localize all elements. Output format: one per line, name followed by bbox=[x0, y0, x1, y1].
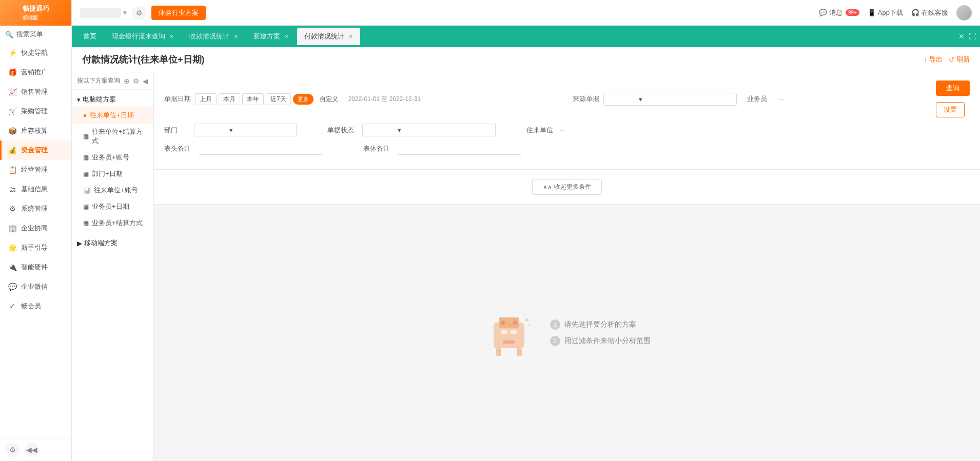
app-download-label: App下载 bbox=[878, 8, 903, 17]
sidebar-item-purchase[interactable]: 🛒 采购管理 bbox=[0, 102, 71, 121]
partner-select-btn[interactable]: ··· bbox=[559, 126, 565, 134]
search-menu[interactable]: 🔍 搜索菜单 bbox=[0, 26, 71, 43]
sidebar-settings-btn[interactable]: ⚙ bbox=[5, 443, 19, 457]
empty-step-2: 2 用过滤条件来缩小分析范围 bbox=[550, 336, 651, 346]
sidebar-label-operations: 经营管理 bbox=[21, 165, 48, 174]
sidebar-item-sales[interactable]: 📈 销售管理 bbox=[0, 82, 71, 102]
tab-new-scheme-close[interactable]: ✕ bbox=[284, 33, 289, 40]
user-dropdown-icon[interactable]: ▾ bbox=[123, 9, 127, 16]
header-settings-btn[interactable]: ⚙ bbox=[132, 6, 146, 20]
tab-payment-close[interactable]: ✕ bbox=[348, 33, 353, 40]
tab-cash-flow-close[interactable]: ✕ bbox=[169, 33, 174, 40]
scheme-item-salesman-settlement[interactable]: ▦ 业务员+结算方式 bbox=[72, 215, 153, 231]
date-btn-this-month[interactable]: 本月 bbox=[219, 93, 240, 105]
step-circle-1: 1 bbox=[550, 319, 560, 330]
search-label: 搜索菜单 bbox=[16, 30, 43, 39]
export-btn[interactable]: ↑ 导出 bbox=[924, 55, 943, 64]
head-note-field: 表头备注 bbox=[164, 143, 322, 155]
scheme-actions: ⊕ ⚙ ◀ bbox=[124, 77, 148, 85]
scheme-item-dept-date[interactable]: ▦ 部门+日期 bbox=[72, 166, 153, 182]
download-icon: 📱 bbox=[868, 9, 876, 16]
refresh-icon: ↺ bbox=[949, 56, 954, 64]
query-btn[interactable]: 查询 bbox=[936, 81, 970, 96]
sidebar-item-hardware[interactable]: 🔌 智能硬件 bbox=[0, 257, 71, 277]
sidebar-collapse-btn[interactable]: ◀◀ bbox=[25, 443, 39, 457]
sidebar-item-inventory[interactable]: 📦 库存核算 bbox=[0, 121, 71, 141]
sidebar-label-hardware: 智能硬件 bbox=[21, 263, 48, 272]
tabs-right-actions: ✕ ⛶ bbox=[958, 32, 976, 41]
expand-btn[interactable]: ⛶ bbox=[969, 32, 976, 41]
filter-row-2: 部门 ▾ 单据状态 ▾ bbox=[164, 124, 970, 136]
app-download-btn[interactable]: 📱 App下载 bbox=[868, 8, 903, 17]
sidebar-item-operations[interactable]: 📋 经营管理 bbox=[0, 160, 71, 179]
sidebar-item-enterprise[interactable]: 🏢 企业协同 bbox=[0, 218, 71, 238]
date-btn-this-year[interactable]: 本年 bbox=[242, 93, 264, 105]
sidebar-item-system[interactable]: ⚙ 系统管理 bbox=[0, 199, 71, 218]
tab-payment[interactable]: 付款情况统计 ✕ bbox=[297, 28, 360, 45]
sidebar-label-inventory: 库存核算 bbox=[21, 126, 48, 135]
sidebar-item-shortcut[interactable]: ⚡ 快捷导航 bbox=[0, 43, 71, 63]
date-btn-last-month[interactable]: 上月 bbox=[195, 93, 217, 105]
inventory-icon: 📦 bbox=[8, 126, 17, 135]
tab-collection-label: 收款情况统计 bbox=[189, 32, 229, 41]
scheme-group-mobile-title[interactable]: ▶ 移动端方案 bbox=[72, 235, 153, 251]
scheme-collapse-btn[interactable]: ◀ bbox=[143, 77, 148, 85]
scheme-group-desktop: ▾ 电脑端方案 ● 往来单位+日期 ▦ 往来单位+结算方式 ▦ 业务员+账号 bbox=[72, 90, 153, 233]
service-icon: 🎧 bbox=[911, 9, 919, 16]
close-all-btn[interactable]: ✕ bbox=[958, 32, 965, 41]
doc-status-select[interactable]: ▾ bbox=[362, 124, 496, 136]
sales-icon: 📈 bbox=[8, 87, 17, 96]
sidebar-label-shortcut: 快捷导航 bbox=[21, 48, 48, 57]
sidebar-item-wechat[interactable]: 💬 企业微信 bbox=[0, 277, 71, 296]
step-circle-2: 2 bbox=[550, 336, 560, 346]
head-note-input[interactable] bbox=[199, 143, 322, 155]
salesman-label: 业务员 bbox=[747, 94, 773, 104]
salesman-select-btn[interactable]: ··· bbox=[779, 95, 785, 103]
message-btn[interactable]: 💬 消息 99+ bbox=[819, 8, 859, 17]
collapse-more-btn[interactable]: ∧∧ 收起更多条件 bbox=[532, 179, 602, 195]
dept-select-arrow: ▾ bbox=[229, 126, 233, 134]
scheme-item-salesman-account[interactable]: ▦ 业务员+账号 bbox=[72, 149, 153, 166]
operations-icon: 📋 bbox=[8, 165, 17, 174]
sidebar-item-finance[interactable]: 💰 资金管理 bbox=[0, 141, 71, 160]
body-note-input[interactable] bbox=[398, 143, 521, 155]
scheme-add-btn[interactable]: ⊕ bbox=[124, 77, 130, 85]
trial-btn[interactable]: 体验行业方案 bbox=[151, 6, 206, 20]
scheme-item-partner-date[interactable]: ● 往来单位+日期 bbox=[72, 107, 153, 124]
scheme-item-partner-settlement[interactable]: ▦ 往来单位+结算方式 bbox=[72, 124, 153, 149]
online-service-btn[interactable]: 🎧 在线客服 bbox=[911, 8, 948, 17]
scheme-item-label: 业务员+账号 bbox=[92, 153, 129, 162]
svg-point-10 bbox=[528, 324, 531, 326]
scheme-item-partner-account[interactable]: 📊 往来单位+账号 bbox=[72, 182, 153, 198]
scheme-settings-btn[interactable]: ⚙ bbox=[133, 77, 140, 85]
date-btn-7days[interactable]: 近7天 bbox=[266, 93, 291, 105]
settings-btn[interactable]: 设置 bbox=[936, 102, 965, 117]
tab-cash-flow[interactable]: 现金银行流水查询 ✕ bbox=[105, 28, 181, 45]
tab-new-scheme-label: 新建方案 bbox=[253, 32, 280, 41]
tab-bar: 首页 现金银行流水查询 ✕ 收款情况统计 ✕ 新建方案 ✕ 付款情况统计 ✕ ✕… bbox=[72, 26, 980, 47]
dept-select[interactable]: ▾ bbox=[194, 124, 297, 136]
sidebar-item-guide[interactable]: 🌟 新手引导 bbox=[0, 238, 71, 257]
marketing-icon: 🎁 bbox=[8, 68, 17, 77]
sidebar-item-base[interactable]: 🗂 基础信息 bbox=[0, 179, 71, 199]
scheme-active-icon: ● bbox=[83, 112, 87, 119]
sidebar-label-base: 基础信息 bbox=[21, 185, 48, 194]
tab-home[interactable]: 首页 bbox=[76, 28, 104, 45]
source-select[interactable]: ▾ bbox=[603, 93, 737, 106]
tab-collection[interactable]: 收款情况统计 ✕ bbox=[182, 28, 245, 45]
user-avatar[interactable] bbox=[956, 5, 972, 21]
date-btn-more[interactable]: 更多 bbox=[293, 94, 313, 105]
sidebar-item-marketing[interactable]: 🎁 营销推广 bbox=[0, 63, 71, 82]
body-note-field: 表体备注 bbox=[363, 143, 521, 155]
scheme-item-salesman-date[interactable]: ▦ 业务员+日期 bbox=[72, 198, 153, 215]
sidebar-item-member[interactable]: ✓ 畅会员 bbox=[0, 296, 71, 316]
export-icon: ↑ bbox=[924, 56, 928, 64]
export-label: 导出 bbox=[929, 55, 943, 64]
scheme-group-desktop-title[interactable]: ▾ 电脑端方案 bbox=[72, 92, 153, 107]
refresh-btn[interactable]: ↺ 刷新 bbox=[949, 55, 970, 64]
date-btn-custom[interactable]: 自定义 bbox=[316, 94, 342, 105]
scheme-group-mobile: ▶ 移动端方案 bbox=[72, 233, 153, 253]
doc-status-arrow: ▾ bbox=[398, 126, 401, 134]
tab-new-scheme[interactable]: 新建方案 ✕ bbox=[246, 28, 296, 45]
tab-collection-close[interactable]: ✕ bbox=[233, 33, 238, 40]
